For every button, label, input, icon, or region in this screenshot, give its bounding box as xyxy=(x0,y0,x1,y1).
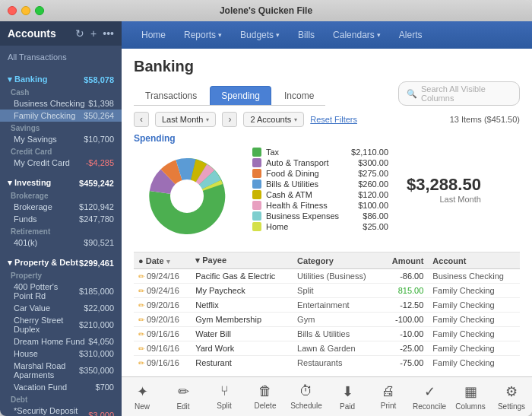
sidebar-item-security-dep[interactable]: *Security Deposit Liability* -$3,000 xyxy=(0,405,122,416)
refresh-icon[interactable]: ↻ xyxy=(75,27,84,40)
reset-filters-button[interactable]: Reset Filters xyxy=(310,115,357,124)
window-title: Jolene's Quicken File xyxy=(220,5,312,16)
legend-bills-color xyxy=(252,179,261,189)
nav-alerts[interactable]: Alerts xyxy=(391,27,430,43)
sidebar-item-brokerage[interactable]: Brokerage $120,942 xyxy=(0,201,122,213)
sidebar-title: Accounts xyxy=(8,27,56,40)
cell-date: ✏09/24/16 xyxy=(134,269,191,284)
more-icon[interactable]: ••• xyxy=(103,27,114,40)
legend-home: Home $25.00 xyxy=(252,222,388,231)
date-range-select[interactable]: Last Month ▾ xyxy=(155,112,216,127)
split-icon: ⑂ xyxy=(220,383,229,399)
spending-total: $3,288.50 Last Month xyxy=(407,133,481,246)
legend-home-color xyxy=(252,222,261,231)
cell-amount: -86.00 xyxy=(382,269,428,284)
tab-spending[interactable]: Spending xyxy=(210,86,271,105)
sidebar-item-vacation-fund[interactable]: Vacation Fund $700 xyxy=(0,381,122,393)
schedule-button[interactable]: ⏱ Schedule xyxy=(290,383,324,410)
banking-header[interactable]: ▾ Banking $58,078 xyxy=(0,71,122,86)
table-row[interactable]: ✏09/16/16 Yard Work Lawn & Garden -25.00… xyxy=(134,341,520,356)
print-icon: 🖨 xyxy=(382,383,395,399)
sidebar-item-my-savings[interactable]: My Savings $10,700 xyxy=(0,133,122,145)
table-row[interactable]: ✏09/24/16 My Paycheck Split 815.00 Famil… xyxy=(134,284,520,298)
vacation-fund-amount: $700 xyxy=(96,383,114,392)
tab-transactions[interactable]: Transactions xyxy=(134,86,208,105)
table-row[interactable]: ✏09/20/16 Gym Membership Gym -100.00 Fam… xyxy=(134,313,520,327)
edit-button[interactable]: ✏ Edit xyxy=(166,383,201,411)
sidebar-item-cherry-duplex[interactable]: Cherry Street Duplex $210,000 xyxy=(0,314,122,335)
sidebar-group-investing: ▾ Investing $459,242 Brokerage Brokerage… xyxy=(0,172,122,252)
settings-button[interactable]: ⚙ Settings xyxy=(495,383,529,411)
schedule-icon: ⏱ xyxy=(299,383,313,399)
cell-date: ✏09/20/16 xyxy=(134,313,191,327)
split-button[interactable]: ⑂ Split xyxy=(207,383,242,410)
cell-amount: -25.00 xyxy=(382,341,428,356)
sidebar-item-car-value[interactable]: Car Value $22,000 xyxy=(0,302,122,314)
spending-legend: Tax $2,110.00 Auto & Transport $300.00 F… xyxy=(252,133,388,246)
security-dep-name: *Security Deposit Liability* xyxy=(14,406,86,416)
sidebar-item-family-checking[interactable]: Family Checking $50,264 xyxy=(0,110,122,122)
table-row[interactable]: ✏09/20/16 Netflix Entertainment -12.50 F… xyxy=(134,298,520,313)
nav-budgets-label: Budgets xyxy=(240,30,274,40)
investing-header[interactable]: ▾ Investing $459,242 xyxy=(0,175,122,189)
maximize-button[interactable] xyxy=(35,6,44,15)
minimize-button[interactable] xyxy=(21,6,30,15)
delete-button[interactable]: 🗑 Delete xyxy=(249,383,283,410)
add-icon[interactable]: + xyxy=(90,27,97,40)
table-row[interactable]: ✏09/16/16 Resturant Restaurants -75.00 F… xyxy=(134,356,520,368)
legend-home-name: Home xyxy=(266,222,342,231)
nav-home-label: Home xyxy=(141,30,166,40)
table-row[interactable]: ✏09/24/16 Pacific Gas & Electric Utiliti… xyxy=(134,269,520,284)
reconcile-button[interactable]: ✓ Reconcile xyxy=(413,383,447,411)
col-payee[interactable]: ▾ Payee xyxy=(191,252,293,269)
cell-payee: Water Bill xyxy=(191,327,293,341)
calendars-arrow: ▾ xyxy=(377,31,381,39)
search-box[interactable]: 🔍 Search All Visible Columns xyxy=(398,81,520,106)
nav-home[interactable]: Home xyxy=(134,27,173,43)
table-row[interactable]: ✏09/16/16 Water Bill Bills & Utilities -… xyxy=(134,327,520,341)
col-account[interactable]: Account xyxy=(428,252,520,269)
sidebar-item-house[interactable]: House $310,000 xyxy=(0,348,122,360)
sidebar-item-funds[interactable]: Funds $247,780 xyxy=(0,213,122,225)
prev-period-button[interactable]: ‹ xyxy=(134,112,149,127)
print-button[interactable]: 🖨 Print xyxy=(372,383,406,410)
sidebar-item-dream-home[interactable]: Dream Home Fund $4,050 xyxy=(0,335,122,348)
house-amount: $310,000 xyxy=(79,349,114,358)
property-header[interactable]: ▾ Property & Debt $299,461 xyxy=(0,255,122,269)
new-button[interactable]: ✦ New xyxy=(125,383,160,411)
legend-auto: Auto & Transport $300.00 xyxy=(252,158,388,167)
brokerage-amount: $120,942 xyxy=(79,202,114,211)
all-transactions-item[interactable]: All Transactions xyxy=(0,49,122,65)
nav-budgets[interactable]: Budgets▾ xyxy=(233,27,287,43)
cell-category: Restaurants xyxy=(293,356,382,368)
accounts-select[interactable]: 2 Accounts ▾ xyxy=(243,112,304,127)
tab-income[interactable]: Income xyxy=(273,86,325,105)
col-category[interactable]: Category xyxy=(293,252,382,269)
sidebar-item-401k[interactable]: 401(k) $90,521 xyxy=(0,237,122,249)
cell-date: ✏09/20/16 xyxy=(134,298,191,313)
close-button[interactable] xyxy=(8,6,17,15)
family-checking-name: Family Checking xyxy=(14,111,75,120)
col-date[interactable]: ● Date▾ xyxy=(134,252,191,269)
nav-calendars[interactable]: Calendars▾ xyxy=(325,27,388,43)
sidebar-item-marshal-apts[interactable]: Marshal Road Aparments $350,000 xyxy=(0,360,122,381)
col-category-label: Category xyxy=(297,256,334,265)
pie-chart xyxy=(134,147,240,246)
sidebar-item-potters-rd[interactable]: 400 Potter's Point Rd $185,000 xyxy=(0,281,122,302)
nav-bills[interactable]: Bills xyxy=(290,27,322,43)
paid-button[interactable]: ⬇ Paid xyxy=(331,383,365,411)
columns-button[interactable]: ▦ Columns xyxy=(454,383,488,411)
nav-reports-label: Reports xyxy=(184,30,216,40)
nav-reports[interactable]: Reports▾ xyxy=(176,27,230,43)
col-amount[interactable]: Amount xyxy=(382,252,428,269)
sidebar-item-business-checking[interactable]: Business Checking $1,398 xyxy=(0,97,122,110)
cell-date: ✏09/24/16 xyxy=(134,284,191,298)
next-period-button[interactable]: › xyxy=(222,112,237,127)
transactions-table-wrapper: ● Date▾ ▾ Payee Category Amount Account … xyxy=(134,252,520,367)
cell-date: ✏09/16/16 xyxy=(134,327,191,341)
legend-auto-name: Auto & Transport xyxy=(266,158,342,167)
funds-amount: $247,780 xyxy=(79,214,114,224)
columns-icon: ▦ xyxy=(464,383,477,400)
sidebar-item-my-credit-card[interactable]: My Credit Card -$4,285 xyxy=(0,157,122,169)
table-header: ● Date▾ ▾ Payee Category Amount Account xyxy=(134,252,520,269)
